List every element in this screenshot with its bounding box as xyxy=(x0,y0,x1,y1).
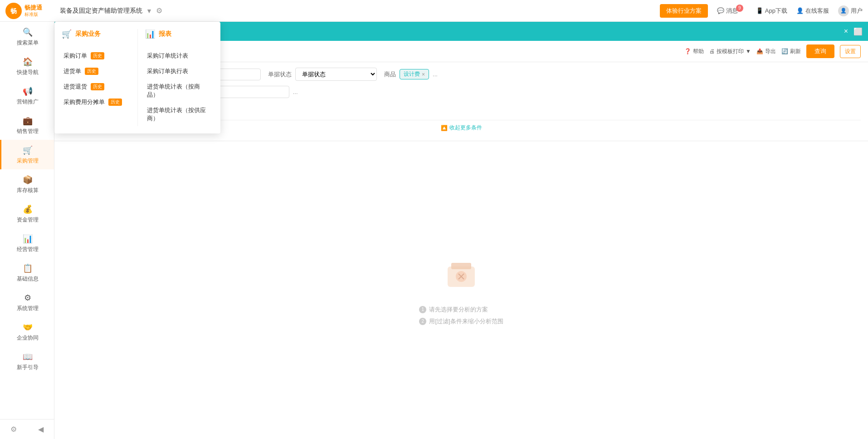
app-download-item[interactable]: 📱 App下载 xyxy=(756,7,787,15)
dropdown-col-purchase: 🛒 采购业务 采购订单 历史 进货单 历史 进货退货 历史 采购费用分摊单 历史 xyxy=(54,29,137,126)
header-right: 💬 消息 9 📱 App下载 👤 在线客服 👤 用户 xyxy=(717,5,863,16)
toolbar-right: ❓ 帮助 🖨 按模板打印 ▼ 📤 导出 🔄 刷新 xyxy=(684,44,861,58)
goods-more-btn[interactable]: ... xyxy=(433,71,438,78)
sidebar-item-finance[interactable]: 💰 资金管理 xyxy=(0,199,54,228)
settings-button[interactable]: 设置 xyxy=(840,45,861,58)
refresh-icon: 🔄 xyxy=(781,48,788,54)
sales-icon: 💼 xyxy=(23,116,33,126)
refresh-button[interactable]: 🔄 刷新 xyxy=(781,48,801,55)
finance-icon: 💰 xyxy=(23,204,33,214)
sidebar-item-operations[interactable]: 📊 经营管理 xyxy=(0,228,54,258)
print-icon: 🖨 xyxy=(709,48,715,54)
filter-goods: 商品 设计费 × ... xyxy=(384,69,438,79)
collapse-arrow-icon: 🔼 xyxy=(441,125,448,131)
system-name: 装备及固定资产辅助管理系统 ▼ ⚙ xyxy=(60,6,660,15)
report-col-icon: 📊 xyxy=(145,29,155,39)
sidebar-settings-icon[interactable]: ⚙ xyxy=(10,425,17,434)
window-close-icon[interactable]: × xyxy=(844,27,848,35)
service-icon: 👤 xyxy=(796,7,804,14)
user-item[interactable]: 👤 用户 xyxy=(838,5,863,16)
guide-icon: 📖 xyxy=(23,352,33,362)
sidebar-item-inventory[interactable]: 📦 库存核算 xyxy=(0,169,54,199)
goods-tag: 设计费 × xyxy=(400,69,429,79)
print-button[interactable]: 🖨 按模板打印 ▼ xyxy=(709,48,751,55)
empty-tip-1: 1 请先选择要分析的方案 xyxy=(419,304,503,316)
sidebar-item-system[interactable]: ⚙ 系统管理 xyxy=(0,287,54,317)
sidebar: 🔍 搜索菜单 🏠 快捷导航 📢 营销推广 💼 销售管理 🛒 采购管理 📦 库存核… xyxy=(0,22,54,439)
sidebar-item-search[interactable]: 🔍 搜索菜单 xyxy=(0,22,54,51)
empty-illustration xyxy=(439,253,484,298)
purchase-dropdown-menu: 🛒 采购业务 采购订单 历史 进货单 历史 进货退货 历史 采购费用分摊单 历史… xyxy=(54,22,220,133)
sidebar-bottom: ⚙ ◀ xyxy=(0,419,54,439)
dropdown-item-purchase-order[interactable]: 采购订单 历史 xyxy=(62,48,130,64)
goods-tag-close[interactable]: × xyxy=(422,71,425,78)
dropdown-item-inbound-stat-supplier[interactable]: 进货单统计表（按供应商） xyxy=(145,103,214,126)
dropdown-item-inbound-return[interactable]: 进货退货 历史 xyxy=(62,79,130,94)
system-icon: ⚙ xyxy=(24,293,31,303)
dropdown-item-inbound[interactable]: 进货单 历史 xyxy=(62,64,130,79)
sidebar-item-purchase[interactable]: 🛒 采购管理 xyxy=(0,140,54,169)
purchase-col-icon: 🛒 xyxy=(62,29,72,39)
hist-badge-4: 历史 xyxy=(108,99,122,106)
export-button[interactable]: 📤 导出 xyxy=(756,48,776,55)
dropdown-item-purchase-fee[interactable]: 采购费用分摊单 历史 xyxy=(62,94,130,110)
sidebar-item-marketing[interactable]: 📢 营销推广 xyxy=(0,81,54,110)
sidebar-item-nav[interactable]: 🏠 快捷导航 xyxy=(0,51,54,81)
tab-bar-actions: × ⬜ xyxy=(844,27,868,36)
phone-icon: 📱 xyxy=(756,7,763,14)
doc-status-select[interactable]: 单据状态 xyxy=(295,68,377,81)
salesman-more-btn[interactable]: ... xyxy=(293,89,298,95)
purchase-icon: 🛒 xyxy=(23,145,33,155)
window-maximize-icon[interactable]: ⬜ xyxy=(853,27,863,36)
avatar-icon: 👤 xyxy=(838,5,849,16)
logo-area: 畅 畅捷通 标准版 xyxy=(5,3,60,19)
message-badge: 9 xyxy=(736,5,743,12)
cooperation-icon: 🤝 xyxy=(23,322,33,332)
hist-badge-3: 历史 xyxy=(91,83,104,90)
search-icon: 🔍 xyxy=(23,27,33,37)
query-button[interactable]: 查询 xyxy=(806,44,834,58)
empty-tip-2: 2 用[过滤]条件来缩小分析范围 xyxy=(419,316,503,327)
system-dropdown-arrow[interactable]: ▼ xyxy=(146,7,152,15)
logo-text: 畅捷通 标准版 xyxy=(24,4,42,18)
basic-info-icon: 📋 xyxy=(23,263,33,273)
dropdown-item-purchase-order-exec[interactable]: 采购订单执行表 xyxy=(145,64,214,79)
hist-badge-2: 历史 xyxy=(85,68,98,75)
settings-icon[interactable]: ⚙ xyxy=(156,6,162,15)
sidebar-item-cooperation[interactable]: 🤝 企业协同 xyxy=(0,317,54,346)
print-dropdown-icon[interactable]: ▼ xyxy=(746,48,751,54)
logo-icon: 畅 xyxy=(5,3,22,19)
svg-text:畅: 畅 xyxy=(10,7,17,15)
dropdown-item-inbound-stat-goods[interactable]: 进货单统计表（按商品） xyxy=(145,79,214,103)
svg-rect-3 xyxy=(451,263,471,269)
dropdown-col-report: 📊 报表 采购订单统计表 采购订单执行表 进货单统计表（按商品） 进货单统计表（… xyxy=(137,29,221,126)
home-icon: 🏠 xyxy=(23,57,33,67)
dropdown-report-title: 📊 报表 xyxy=(145,29,214,43)
online-service-item[interactable]: 👤 在线客服 xyxy=(796,7,829,15)
hist-badge-1: 历史 xyxy=(91,52,104,59)
export-icon: 📤 xyxy=(756,48,763,54)
message-icon: 💬 xyxy=(717,7,724,14)
empty-tips: 1 请先选择要分析的方案 2 用[过滤]条件来缩小分析范围 xyxy=(419,304,503,327)
message-item[interactable]: 💬 消息 9 xyxy=(717,7,747,15)
industry-button[interactable]: 体验行业方案 xyxy=(660,4,708,18)
top-header: 畅 畅捷通 标准版 装备及固定资产辅助管理系统 ▼ ⚙ 体验行业方案 💬 消息 … xyxy=(0,0,868,22)
help-icon: ❓ xyxy=(684,48,691,54)
sidebar-item-basic-info[interactable]: 📋 基础信息 xyxy=(0,258,54,287)
help-button[interactable]: ❓ 帮助 xyxy=(684,48,704,55)
marketing-icon: 📢 xyxy=(23,86,33,96)
sidebar-item-guide[interactable]: 📖 新手引导 xyxy=(0,346,54,376)
sidebar-item-sales[interactable]: 💼 销售管理 xyxy=(0,110,54,140)
operations-icon: 📊 xyxy=(23,234,33,244)
dropdown-purchase-title: 🛒 采购业务 xyxy=(62,29,130,43)
filter-doc-status: 单据状态 单据状态 xyxy=(268,68,377,81)
empty-state: 1 请先选择要分析的方案 2 用[过滤]条件来缩小分析范围 xyxy=(54,141,868,439)
dropdown-item-purchase-order-stat[interactable]: 采购订单统计表 xyxy=(145,48,214,64)
sidebar-collapse-icon[interactable]: ◀ xyxy=(38,425,44,434)
inventory-icon: 📦 xyxy=(23,175,33,185)
